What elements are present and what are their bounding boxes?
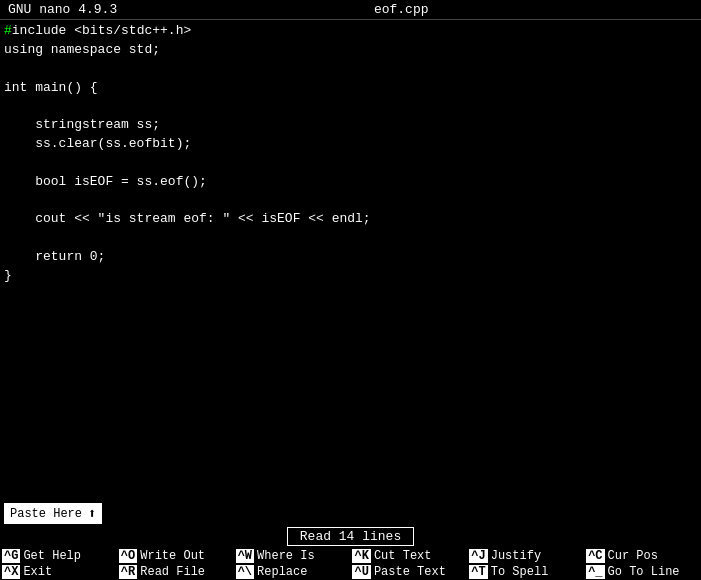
shortcut-item[interactable]: ^\Replace <box>234 564 351 580</box>
shortcut-item[interactable]: ^_Go To Line <box>584 564 701 580</box>
status-message: Read 14 lines <box>287 527 414 546</box>
shortcut-item[interactable]: ^UPaste Text <box>350 564 467 580</box>
shortcut-key: ^T <box>469 565 487 579</box>
code-line: bool isEOF = ss.eof(); <box>4 173 697 192</box>
shortcut-label: Cut Text <box>371 549 432 563</box>
shortcut-item[interactable]: ^RRead File <box>117 564 234 580</box>
shortcut-label: Get Help <box>20 549 81 563</box>
shortcut-key: ^_ <box>586 565 604 579</box>
shortcut-item[interactable]: ^WWhere Is <box>234 548 351 564</box>
shortcut-item[interactable]: ^TTo Spell <box>467 564 584 580</box>
title-bar: GNU nano 4.9.3 eof.cpp <box>0 0 701 20</box>
code-line <box>4 154 697 173</box>
shortcut-key: ^\ <box>236 565 254 579</box>
shortcut-key: ^G <box>2 549 20 563</box>
title-right <box>685 2 693 17</box>
shortcut-key: ^R <box>119 565 137 579</box>
shortcut-bar-1: ^GGet Help^OWrite Out^WWhere Is^KCut Tex… <box>0 548 701 564</box>
shortcut-key: ^K <box>352 549 370 563</box>
code-line: stringstream ss; <box>4 116 697 135</box>
code-line: int main() { <box>4 79 697 98</box>
shortcut-key: ^J <box>469 549 487 563</box>
code-lines: #include <bits/stdc++.h>using namespace … <box>4 22 697 286</box>
code-line: cout << "is stream eof: " << isEOF << en… <box>4 210 697 229</box>
shortcut-label: Paste Text <box>371 565 446 579</box>
code-line: } <box>4 267 697 286</box>
code-line <box>4 192 697 211</box>
paste-popup-label: Paste Here <box>10 507 82 521</box>
shortcut-label: Replace <box>254 565 307 579</box>
code-line: #include <bits/stdc++.h> <box>4 22 697 41</box>
shortcut-item[interactable]: ^KCut Text <box>350 548 467 564</box>
shortcut-label: Exit <box>20 565 52 579</box>
code-line <box>4 97 697 116</box>
status-bar: Read 14 lines <box>0 525 701 548</box>
shortcut-item[interactable]: ^GGet Help <box>0 548 117 564</box>
shortcut-label: Write Out <box>137 549 205 563</box>
shortcut-item[interactable]: ^CCur Pos <box>584 548 701 564</box>
shortcut-key: ^C <box>586 549 604 563</box>
shortcut-item[interactable]: ^JJustify <box>467 548 584 564</box>
shortcut-bar-2: ^XExit^RRead File^\Replace^UPaste Text^T… <box>0 564 701 580</box>
code-line <box>4 229 697 248</box>
shortcut-label: Justify <box>488 549 541 563</box>
shortcut-key: ^O <box>119 549 137 563</box>
paste-popup-icon: ⬆ <box>88 505 96 522</box>
shortcut-label: To Spell <box>488 565 549 579</box>
code-line: return 0; <box>4 248 697 267</box>
shortcut-label: Where Is <box>254 549 315 563</box>
shortcut-key: ^U <box>352 565 370 579</box>
shortcut-key: ^X <box>2 565 20 579</box>
shortcut-label: Read File <box>137 565 205 579</box>
code-line: using namespace std; <box>4 41 697 60</box>
paste-popup[interactable]: Paste Here ⬆ <box>4 503 102 524</box>
app: GNU nano 4.9.3 eof.cpp #include <bits/st… <box>0 0 701 580</box>
code-line: ss.clear(ss.eofbit); <box>4 135 697 154</box>
shortcut-label: Cur Pos <box>605 549 658 563</box>
code-line <box>4 60 697 79</box>
shortcut-label: Go To Line <box>605 565 680 579</box>
title-app-name: GNU nano 4.9.3 <box>8 2 117 17</box>
shortcut-key: ^W <box>236 549 254 563</box>
shortcut-item[interactable]: ^XExit <box>0 564 117 580</box>
shortcut-item[interactable]: ^OWrite Out <box>117 548 234 564</box>
title-filename: eof.cpp <box>374 2 429 17</box>
editor-area[interactable]: #include <bits/stdc++.h>using namespace … <box>0 20 701 525</box>
